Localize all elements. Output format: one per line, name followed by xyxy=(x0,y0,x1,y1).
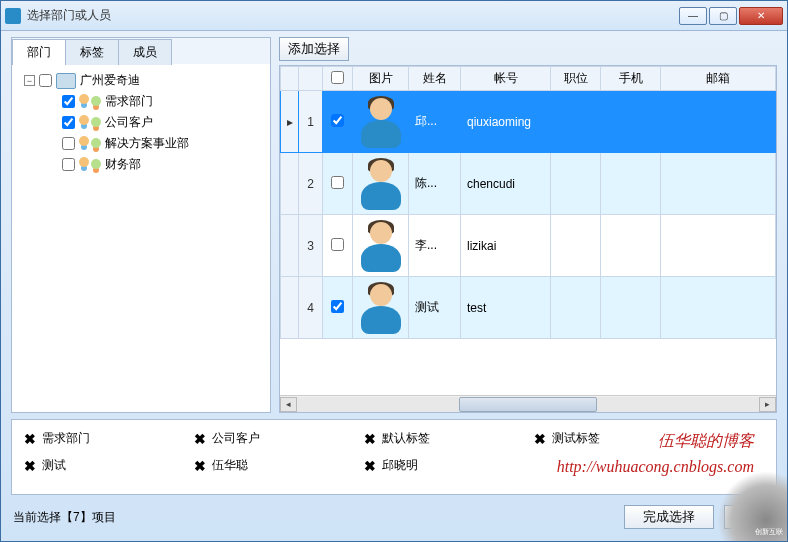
row-indicator: ▸ xyxy=(281,91,299,153)
cell-name: 邱... xyxy=(409,91,461,153)
row-header-col xyxy=(281,67,299,91)
expander-icon[interactable]: − xyxy=(24,75,35,86)
num-col xyxy=(299,67,323,91)
sel-label: 测试 xyxy=(42,457,66,474)
header-checkbox[interactable] xyxy=(331,71,344,84)
cell-email xyxy=(661,215,776,277)
row-num: 3 xyxy=(299,215,323,277)
horizontal-scrollbar[interactable]: ◂ ▸ xyxy=(280,395,776,412)
cell-email xyxy=(661,153,776,215)
tree-label: 公司客户 xyxy=(105,114,153,131)
remove-icon[interactable]: ✖ xyxy=(194,458,206,474)
avatar-icon xyxy=(359,220,403,272)
remove-icon[interactable]: ✖ xyxy=(364,458,376,474)
sel-label: 需求部门 xyxy=(42,430,90,447)
avatar-icon xyxy=(359,158,403,210)
col-name[interactable]: 姓名 xyxy=(409,67,461,91)
col-position[interactable]: 职位 xyxy=(551,67,601,91)
row-checkbox[interactable] xyxy=(331,114,344,127)
cell-account: lizikai xyxy=(461,215,551,277)
row-checkbox[interactable] xyxy=(331,238,344,251)
cell-email xyxy=(661,277,776,339)
cell-account: qiuxiaoming xyxy=(461,91,551,153)
cell-account: chencudi xyxy=(461,153,551,215)
watermark-line1: 伍华聪的博客 xyxy=(557,428,754,454)
scroll-right-arrow[interactable]: ▸ xyxy=(759,397,776,412)
table-row[interactable]: ▸ 1 邱... qiuxiaoming xyxy=(281,91,776,153)
group-icon xyxy=(79,136,101,152)
remove-icon[interactable]: ✖ xyxy=(24,458,36,474)
maximize-button[interactable]: ▢ xyxy=(709,7,737,25)
titlebar: 选择部门或人员 — ▢ ✕ xyxy=(1,1,787,31)
cell-account: test xyxy=(461,277,551,339)
sel-label: 公司客户 xyxy=(212,430,260,447)
cell-position xyxy=(551,91,601,153)
cell-name: 陈... xyxy=(409,153,461,215)
data-grid: 图片 姓名 帐号 职位 手机 邮箱 ▸ 1 xyxy=(279,65,777,413)
left-panel: 部门 标签 成员 − 广州爱奇迪 需求部门 xyxy=(11,37,271,413)
tab-tag[interactable]: 标签 xyxy=(65,39,119,65)
avatar-icon xyxy=(359,282,403,334)
watermark-line2: http://wuhuacong.cnblogs.com xyxy=(557,454,754,480)
minimize-button[interactable]: — xyxy=(679,7,707,25)
sel-label: 默认标签 xyxy=(382,430,430,447)
scroll-thumb[interactable] xyxy=(459,397,598,412)
tree-item[interactable]: 公司客户 xyxy=(54,112,266,133)
table-row[interactable]: 3 李... lizikai xyxy=(281,215,776,277)
tree-item[interactable]: 解决方案事业部 xyxy=(54,133,266,154)
remove-icon[interactable]: ✖ xyxy=(364,431,376,447)
sel-label: 邱晓明 xyxy=(382,457,418,474)
tree-label: 需求部门 xyxy=(105,93,153,110)
col-photo[interactable]: 图片 xyxy=(353,67,409,91)
col-email[interactable]: 邮箱 xyxy=(661,67,776,91)
tree-root-checkbox[interactable] xyxy=(39,74,52,87)
watermark: 伍华聪的博客 http://wuhuacong.cnblogs.com xyxy=(557,428,754,479)
tree-label: 财务部 xyxy=(105,156,141,173)
group-icon xyxy=(79,157,101,173)
scroll-left-arrow[interactable]: ◂ xyxy=(280,397,297,412)
finish-button[interactable]: 完成选择 xyxy=(624,505,714,529)
org-icon xyxy=(56,73,76,89)
table-row[interactable]: 4 测试 test xyxy=(281,277,776,339)
cell-phone xyxy=(601,215,661,277)
row-checkbox[interactable] xyxy=(331,176,344,189)
table-row[interactable]: 2 陈... chencudi xyxy=(281,153,776,215)
add-selection-button[interactable]: 添加选择 xyxy=(279,37,349,61)
tree-root[interactable]: − 广州爱奇迪 xyxy=(16,70,266,91)
row-num: 1 xyxy=(299,91,323,153)
tree-item[interactable]: 需求部门 xyxy=(54,91,266,112)
remove-icon[interactable]: ✖ xyxy=(24,431,36,447)
col-phone[interactable]: 手机 xyxy=(601,67,661,91)
window-title: 选择部门或人员 xyxy=(27,7,679,24)
tab-member[interactable]: 成员 xyxy=(118,39,172,65)
col-account[interactable]: 帐号 xyxy=(461,67,551,91)
remove-icon[interactable]: ✖ xyxy=(194,431,206,447)
tree-checkbox[interactable] xyxy=(62,158,75,171)
tab-dept[interactable]: 部门 xyxy=(12,39,66,65)
tree-checkbox[interactable] xyxy=(62,137,75,150)
sel-label: 伍华聪 xyxy=(212,457,248,474)
cell-phone xyxy=(601,153,661,215)
tree-checkbox[interactable] xyxy=(62,95,75,108)
tree-view[interactable]: − 广州爱奇迪 需求部门 xyxy=(12,64,270,412)
cell-position xyxy=(551,215,601,277)
group-icon xyxy=(79,94,101,110)
app-icon xyxy=(5,8,21,24)
avatar-icon xyxy=(359,96,403,148)
tree-label: 解决方案事业部 xyxy=(105,135,189,152)
row-num: 4 xyxy=(299,277,323,339)
cell-position xyxy=(551,153,601,215)
cell-email xyxy=(661,91,776,153)
status-text: 当前选择【7】项目 xyxy=(13,509,614,526)
row-checkbox[interactable] xyxy=(331,300,344,313)
cell-position xyxy=(551,277,601,339)
selection-summary: ✖需求部门 ✖公司客户 ✖默认标签 ✖测试标签 ✖测试 ✖伍华聪 ✖邱晓明 伍华… xyxy=(11,419,777,495)
remove-icon[interactable]: ✖ xyxy=(534,431,546,447)
close-button[interactable]: ✕ xyxy=(739,7,783,25)
tree-checkbox[interactable] xyxy=(62,116,75,129)
clear-button[interactable]: 清 xyxy=(724,505,775,529)
tree-item[interactable]: 财务部 xyxy=(54,154,266,175)
cell-phone xyxy=(601,91,661,153)
tree-root-label: 广州爱奇迪 xyxy=(80,72,140,89)
cell-name: 李... xyxy=(409,215,461,277)
